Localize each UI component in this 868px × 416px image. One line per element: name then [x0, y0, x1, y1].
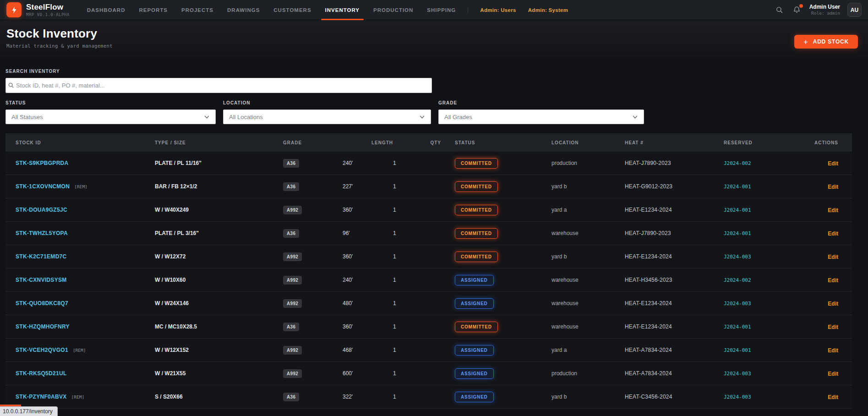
edit-button[interactable]: Edit [828, 207, 838, 213]
nav-item-inventory[interactable]: INVENTORY [325, 0, 360, 20]
status-filter-select[interactable]: All Statuses [5, 109, 216, 124]
location-value: warehouse [538, 277, 611, 283]
nav-item-customers[interactable]: CUSTOMERS [273, 0, 311, 20]
stock-id-link[interactable]: STK-TWHZL5YOPA [16, 230, 68, 236]
status-badge: COMMITTED [455, 228, 498, 239]
avatar[interactable]: AU [847, 3, 862, 17]
col-qty: QTY [393, 140, 441, 145]
grade-filter-select[interactable]: All Grades [438, 109, 644, 124]
location-filter-select[interactable]: All Locations [223, 109, 431, 124]
nav-item-drawings[interactable]: DRAWINGS [227, 0, 260, 20]
location-value: production [538, 160, 611, 166]
browser-status-url: 10.0.0.177/inventory [0, 406, 58, 416]
table-row: STK-DOUA9GZ5JC W / W40X249 A992 360' 1 C… [5, 198, 852, 222]
table-row: STK-1CXOVNCMON [REM] BAR / FB 12×1/2 A36… [5, 175, 852, 198]
rem-tag: [REM] [74, 184, 87, 189]
bell-icon[interactable] [792, 5, 802, 15]
heat-number: HEAT-J7890-2023 [611, 230, 710, 236]
stock-id-link[interactable]: STK-HZQMHOFNRY [16, 323, 70, 330]
user-name: Admin User [809, 4, 840, 11]
heat-number: HEAT-J7890-2023 [611, 160, 710, 166]
heat-number: HEAT-A7834-2024 [611, 347, 710, 353]
search-icon[interactable] [775, 5, 785, 15]
heat-number: HEAT-A7834-2024 [611, 370, 710, 377]
add-stock-button[interactable]: + ADD STOCK [794, 35, 858, 49]
status-badge: ASSIGNED [455, 275, 494, 285]
grade-badge: A992 [283, 369, 302, 378]
length-value: 240' [343, 277, 393, 283]
stock-id-link[interactable]: STK-VCEH2QVGO1 [16, 347, 68, 353]
stock-id-link[interactable]: STK-S9KPBGPRDA [16, 160, 69, 166]
inventory-table: STOCK ID TYPE / SIZE GRADE LENGTH QTY ST… [5, 133, 852, 409]
page-header: Stock Inventory Material tracking & yard… [0, 20, 868, 58]
chevron-down-icon [633, 115, 638, 119]
nav-item-dashboard[interactable]: DASHBOARD [87, 0, 126, 20]
chevron-down-icon [204, 115, 209, 119]
location-value: yard a [538, 347, 611, 353]
edit-button[interactable]: Edit [828, 277, 838, 284]
nav-item-production[interactable]: PRODUCTION [373, 0, 413, 20]
heat-number: HEAT-E1234-2024 [611, 323, 710, 330]
edit-button[interactable]: Edit [828, 184, 838, 190]
location-filter-label: LOCATION [223, 100, 431, 105]
nav-item-admin-system[interactable]: Admin: System [528, 7, 568, 13]
stock-id-link[interactable]: STK-QUO8DKC8Q7 [16, 300, 68, 307]
edit-button[interactable]: Edit [828, 324, 838, 330]
status-badge: COMMITTED [455, 205, 498, 215]
nav-item-reports[interactable]: REPORTS [139, 0, 168, 20]
brand[interactable]: SteelFlow MRP V0.1.0-ALPHA [6, 2, 70, 17]
nav-item-projects[interactable]: PROJECTS [181, 0, 213, 20]
logo [6, 2, 22, 17]
edit-button[interactable]: Edit [828, 394, 838, 400]
table-body: STK-S9KPBGPRDA PLATE / PL 11/16" A36 240… [5, 152, 852, 409]
col-heat: HEAT # [611, 140, 710, 145]
type-size: W / W10X60 [155, 277, 283, 283]
reserved-job: J2024-003 [710, 254, 812, 260]
grade-badge: A992 [283, 299, 302, 308]
heat-number: HEAT-E1234-2024 [611, 207, 710, 213]
length-value: 468' [343, 347, 393, 353]
qty-value: 1 [393, 323, 441, 330]
location-value: warehouse [538, 230, 611, 236]
heat-number: HEAT-C3456-2024 [611, 394, 710, 400]
status-badge: COMMITTED [455, 158, 498, 169]
qty-value: 1 [393, 347, 441, 353]
page-subtitle: Material tracking & yard management [6, 43, 113, 49]
stock-id-link[interactable]: STK-1CXOVNCMON [16, 183, 70, 190]
stock-id-link[interactable]: STK-K2C71EMD7C [16, 253, 67, 260]
edit-button[interactable]: Edit [828, 230, 838, 237]
grade-badge: A36 [283, 229, 299, 238]
edit-button[interactable]: Edit [828, 347, 838, 354]
edit-button[interactable]: Edit [828, 160, 838, 167]
qty-value: 1 [393, 160, 441, 166]
table-row: STK-VCEH2QVGO1 [REM] W / W12X152 A992 46… [5, 339, 852, 362]
edit-button[interactable]: Edit [828, 301, 838, 307]
nav-item-shipping[interactable]: SHIPPING [427, 0, 456, 20]
reserved-job: J2024-003 [710, 301, 812, 307]
reserved-job: J2024-001 [710, 184, 812, 190]
app-version: MRP V0.1.0-ALPHA [26, 12, 70, 17]
search-input[interactable] [5, 78, 432, 93]
type-size: S / S20X66 [155, 394, 283, 400]
edit-button[interactable]: Edit [828, 371, 838, 377]
nav-item-admin-users[interactable]: Admin: Users [480, 7, 516, 13]
heat-number: HEAT-H3456-2023 [611, 277, 710, 283]
type-size: W / W12X72 [155, 253, 283, 260]
col-actions: ACTIONS [812, 140, 842, 145]
stock-id-link[interactable]: STK-RKSQ5D21UL [16, 370, 67, 377]
location-value: warehouse [538, 300, 611, 307]
qty-value: 1 [393, 183, 441, 190]
table-row: STK-RKSQ5D21UL W / W21X55 A992 600' 1 AS… [5, 362, 852, 385]
status-filter-label: STATUS [5, 100, 216, 105]
stock-id-link[interactable]: STK-PZYNF0ABVX [16, 394, 67, 400]
reserved-job: J2024-002 [710, 277, 812, 283]
grade-badge: A36 [283, 323, 299, 331]
stock-id-link[interactable]: STK-CXNVIDSYSM [16, 277, 67, 283]
qty-value: 1 [393, 300, 441, 307]
heat-number: HEAT-E1234-2024 [611, 253, 710, 260]
location-value: yard b [538, 183, 611, 190]
edit-button[interactable]: Edit [828, 254, 838, 260]
qty-value: 1 [393, 253, 441, 260]
stock-id-link[interactable]: STK-DOUA9GZ5JC [16, 207, 67, 213]
length-value: 227' [343, 183, 393, 190]
